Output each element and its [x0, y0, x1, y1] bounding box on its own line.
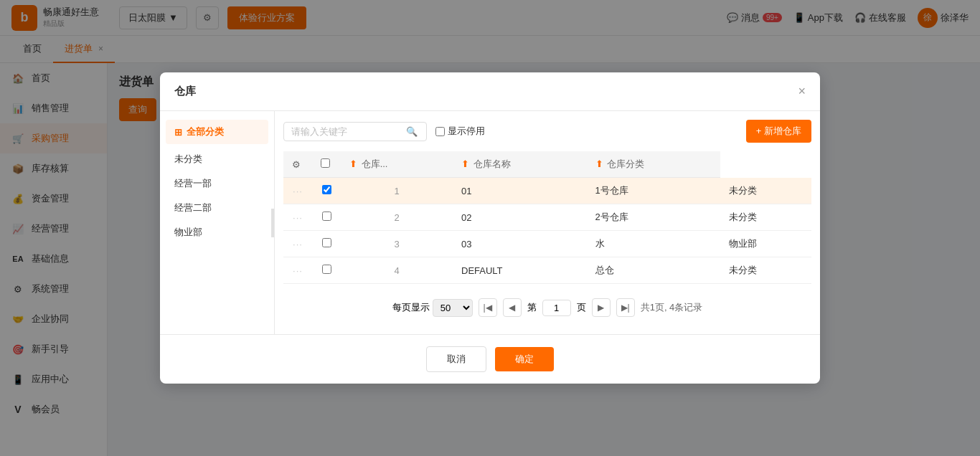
row-seq: 1: [341, 178, 453, 204]
col-category: ⬆ 仓库分类: [587, 151, 721, 178]
row-seq: 4: [341, 257, 453, 284]
col-checkbox: [312, 151, 341, 178]
confirm-button[interactable]: 确定: [495, 347, 554, 371]
row-checkbox-cell: [312, 257, 341, 284]
grid-icon: ⊞: [174, 127, 182, 138]
page-size-select[interactable]: 50 100: [433, 299, 473, 317]
row-name: 水: [587, 231, 721, 257]
sort-icon-cat: ⬆: [595, 158, 603, 169]
row-action: ···: [283, 178, 312, 204]
row-code: 01: [453, 178, 587, 204]
more-icon[interactable]: ···: [293, 212, 303, 223]
row-category: 未分类: [720, 257, 811, 284]
category-unclassified[interactable]: 未分类: [160, 147, 274, 171]
modal-footer: 取消 确定: [160, 334, 820, 384]
row-category: 物业部: [720, 231, 811, 257]
col-code: ⬆ 仓库...: [341, 151, 453, 178]
category-panel: ⊞ 全部分类 未分类 经营一部 经营二部 物业部 《: [160, 111, 275, 334]
warehouse-table: ⚙ ⬆ 仓库... ⬆ 仓库名称: [283, 151, 811, 284]
search-bar: 🔍 显示停用 + 新增仓库: [283, 120, 811, 143]
category-property[interactable]: 物业部: [160, 220, 274, 244]
category-all[interactable]: ⊞ 全部分类: [166, 120, 268, 144]
row-name: 2号仓库: [587, 204, 721, 231]
row-checkbox[interactable]: [322, 185, 331, 194]
row-seq: 3: [341, 231, 453, 257]
row-code: 03: [453, 231, 587, 257]
content-panel: 🔍 显示停用 + 新增仓库 ⚙: [275, 111, 820, 334]
new-warehouse-button[interactable]: + 新增仓库: [746, 120, 811, 143]
pagination: 每页显示 50 100 |◀ ◀ 第 页 ▶ ▶| 共1页, 4条记录: [283, 290, 811, 326]
row-checkbox[interactable]: [322, 265, 331, 274]
show-disabled-wrap: 显示停用: [435, 125, 485, 138]
category-ops1[interactable]: 经营一部: [160, 171, 274, 196]
row-checkbox[interactable]: [322, 238, 331, 247]
table-row[interactable]: ··· 1 01 1号仓库 未分类: [283, 178, 811, 204]
table-row[interactable]: ··· 2 02 2号仓库 未分类: [283, 204, 811, 231]
search-input-wrap: 🔍: [283, 122, 427, 141]
row-checkbox-cell: [312, 231, 341, 257]
show-disabled-checkbox[interactable]: [435, 127, 445, 136]
last-page-button[interactable]: ▶|: [616, 298, 635, 317]
more-icon[interactable]: ···: [293, 239, 303, 250]
table-container: ⚙ ⬆ 仓库... ⬆ 仓库名称: [283, 151, 811, 284]
modal-header: 仓库 ×: [160, 72, 820, 111]
sort-icon: ⬆: [349, 158, 357, 169]
first-page-button[interactable]: |◀: [479, 298, 497, 317]
col-settings: ⚙: [283, 151, 312, 178]
cancel-button[interactable]: 取消: [426, 346, 486, 372]
page-size-wrap: 每页显示 50 100: [392, 299, 473, 317]
row-category: 未分类: [720, 178, 811, 204]
search-icon[interactable]: 🔍: [406, 126, 418, 137]
prev-page-button[interactable]: ◀: [503, 298, 522, 317]
row-checkbox-cell: [312, 204, 341, 231]
row-checkbox[interactable]: [322, 212, 331, 221]
row-code: DEFAULT: [453, 257, 587, 284]
category-ops2[interactable]: 经营二部: [160, 196, 274, 220]
next-page-button[interactable]: ▶: [592, 298, 611, 317]
select-all-checkbox[interactable]: [321, 158, 330, 168]
modal-close-button[interactable]: ×: [798, 84, 806, 99]
modal-overlay: 仓库 × ⊞ 全部分类 未分类 经营一部 经营二部: [0, 0, 980, 456]
row-action: ···: [283, 257, 312, 284]
col-name: ⬆ 仓库名称: [453, 151, 587, 178]
modal-body: ⊞ 全部分类 未分类 经营一部 经营二部 物业部 《: [160, 111, 820, 334]
row-code: 02: [453, 204, 587, 231]
row-action: ···: [283, 231, 312, 257]
warehouse-modal: 仓库 × ⊞ 全部分类 未分类 经营一部 经营二部: [160, 72, 820, 384]
sort-icon-name: ⬆: [461, 158, 469, 169]
page-total: 共1页, 4条记录: [641, 301, 703, 314]
row-checkbox-cell: [312, 178, 341, 204]
modal-title: 仓库: [174, 85, 196, 98]
table-row[interactable]: ··· 4 DEFAULT 总仓 未分类: [283, 257, 811, 284]
row-category: 未分类: [720, 204, 811, 231]
search-input[interactable]: [291, 126, 406, 137]
more-icon[interactable]: ···: [293, 186, 303, 196]
page-input[interactable]: [542, 300, 571, 316]
table-row[interactable]: ··· 3 03 水 物业部: [283, 231, 811, 257]
row-action: ···: [283, 204, 312, 231]
collapse-panel-button[interactable]: 《: [271, 209, 275, 237]
more-icon[interactable]: ···: [293, 265, 303, 276]
row-seq: 2: [341, 204, 453, 231]
row-name: 总仓: [587, 257, 721, 284]
row-name: 1号仓库: [587, 178, 721, 204]
